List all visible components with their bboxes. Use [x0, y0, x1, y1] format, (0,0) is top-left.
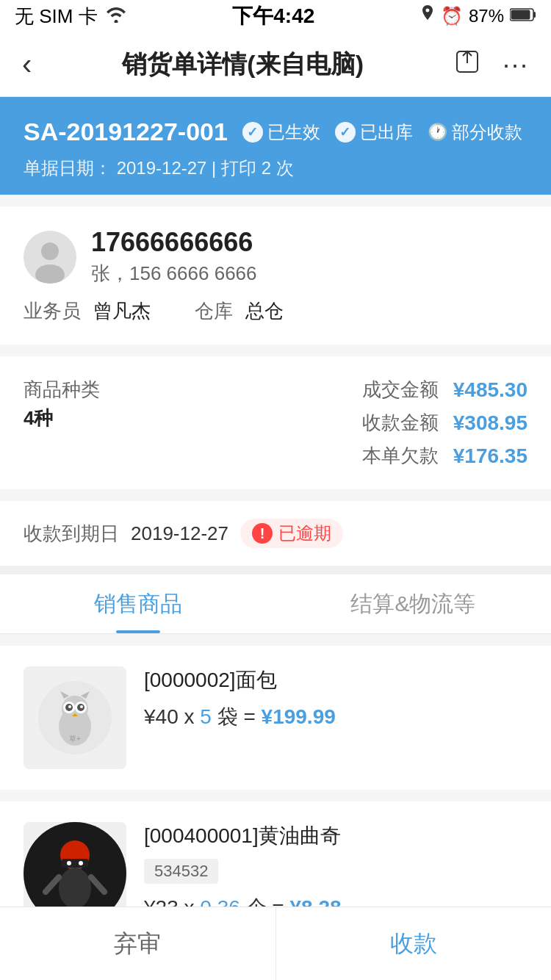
product-name-2: [000400001]黄油曲奇 — [144, 822, 527, 850]
owed-label: 本单欠款 — [362, 443, 439, 469]
amount-label: 成交金额 — [362, 377, 439, 403]
amount-row: 成交金额 ¥485.30 — [362, 377, 527, 403]
status-time: 下午4:42 — [232, 2, 314, 30]
nav-right: ··· — [454, 48, 529, 81]
page-title: 销货单详情(来自电脑) — [122, 48, 364, 82]
product-name-1: [0000002]面包 — [144, 666, 527, 694]
customer-info: 17666666666 张，156 6666 6666 — [91, 227, 257, 287]
banner-date-row: 单据日期： 2019-12-27 | 打印 2 次 — [24, 156, 527, 180]
product-type-value: 4种 — [24, 406, 100, 431]
customer-meta: 业务员 曾凡杰 仓库 总仓 — [24, 298, 527, 324]
svg-point-16 — [68, 705, 71, 708]
clock-icon: 🕐 — [428, 123, 447, 142]
owed-value: ¥176.35 — [453, 444, 527, 468]
svg-text:草+: 草+ — [69, 735, 81, 743]
order-id: SA-20191227-001 — [24, 118, 228, 146]
warehouse-value: 总仓 — [245, 300, 284, 322]
bottom-bar: 弃审 收款 — [0, 907, 551, 980]
svg-rect-22 — [62, 859, 88, 868]
status-right: ⏰ 87% — [420, 5, 536, 27]
due-date-value: 2019-12-27 — [131, 522, 228, 545]
svg-rect-1 — [533, 12, 536, 18]
customer-section: 17666666666 张，156 6666 6666 业务员 曾凡杰 仓库 总… — [0, 206, 551, 345]
salesperson-field: 业务员 曾凡杰 — [24, 298, 151, 324]
section-divider — [0, 566, 551, 574]
overdue-icon: ! — [252, 523, 273, 544]
svg-point-5 — [41, 242, 59, 260]
tab-sales-products[interactable]: 销售商品 — [0, 574, 276, 633]
svg-point-17 — [80, 705, 83, 708]
confirm-button[interactable]: 收款 — [276, 907, 552, 980]
product-type-label: 商品种类 — [24, 377, 100, 403]
list-item: 草+ [0000002]面包 ¥40 x 5 袋 = ¥199.99 — [0, 646, 551, 790]
product-list: 草+ [0000002]面包 ¥40 x 5 袋 = ¥199.99 — [0, 646, 551, 945]
stats-section: 商品种类 4种 成交金额 ¥485.30 收款金额 ¥308.95 本单欠款 ¥… — [0, 356, 551, 489]
banner-row1: SA-20191227-001 ✓ 已生效 ✓ 已出库 🕐 部分收款 — [24, 118, 527, 146]
owed-row: 本单欠款 ¥176.35 — [362, 443, 527, 469]
badge-partial: 🕐 部分收款 — [428, 120, 522, 144]
share-icon[interactable] — [454, 48, 480, 81]
battery-icon — [510, 6, 536, 26]
badge-shipped: ✓ 已出库 — [335, 120, 413, 144]
tabs-bar: 销售商品 结算&物流等 — [0, 574, 551, 634]
cancel-button[interactable]: 弃审 — [0, 907, 276, 980]
customer-top: 17666666666 张，156 6666 6666 — [24, 227, 527, 287]
check-icon: ✓ — [242, 122, 263, 143]
product-info-1: [0000002]面包 ¥40 x 5 袋 = ¥199.99 — [144, 666, 527, 731]
received-row: 收款金额 ¥308.95 — [362, 410, 527, 436]
warehouse-field: 仓库 总仓 — [195, 298, 284, 324]
status-left: 无 SIM 卡 — [15, 4, 127, 29]
amount-value: ¥485.30 — [453, 378, 527, 402]
carrier-text: 无 SIM 卡 — [15, 4, 98, 29]
product-price-1: ¥40 x 5 袋 = ¥199.99 — [144, 703, 527, 731]
back-button[interactable]: ‹ — [22, 48, 32, 81]
product-qty-1: 5 — [200, 705, 212, 728]
wifi-icon — [105, 5, 127, 28]
received-label: 收款金额 — [362, 410, 439, 436]
svg-rect-2 — [511, 10, 530, 20]
svg-point-24 — [79, 861, 83, 865]
due-date-section: 收款到期日 2019-12-27 ! 已逾期 — [0, 501, 551, 566]
nav-bar: ‹ 销货单详情(来自电脑) ··· — [0, 32, 551, 97]
battery-text: 87% — [469, 6, 504, 26]
tab-settlement[interactable]: 结算&物流等 — [276, 574, 551, 633]
customer-sub: 张，156 6666 6666 — [91, 261, 257, 287]
status-bar: 无 SIM 卡 下午4:42 ⏰ 87% — [0, 0, 551, 32]
overdue-badge: ! 已逾期 — [240, 519, 343, 548]
stats-right: 成交金额 ¥485.30 收款金额 ¥308.95 本单欠款 ¥176.35 — [362, 377, 527, 469]
salesperson-value: 曾凡杰 — [93, 300, 151, 322]
product-batch-2: 534532 — [144, 859, 218, 884]
more-icon[interactable]: ··· — [503, 49, 529, 80]
customer-id: 17666666666 — [91, 227, 257, 258]
check-icon-2: ✓ — [335, 122, 356, 143]
product-total-1: ¥199.99 — [262, 705, 336, 728]
received-value: ¥308.95 — [453, 411, 527, 435]
header-banner: SA-20191227-001 ✓ 已生效 ✓ 已出库 🕐 部分收款 单据日期：… — [0, 97, 551, 195]
product-image-1: 草+ — [24, 666, 126, 769]
avatar — [24, 231, 76, 284]
overdue-text: 已逾期 — [278, 522, 331, 545]
svg-point-23 — [67, 861, 71, 865]
badge-effective: ✓ 已生效 — [242, 120, 320, 144]
svg-point-25 — [59, 868, 91, 909]
alarm-icon: ⏰ — [441, 6, 463, 26]
stats-left: 商品种类 4种 — [24, 377, 100, 431]
due-date-label: 收款到期日 — [24, 521, 119, 547]
location-icon — [420, 5, 435, 27]
